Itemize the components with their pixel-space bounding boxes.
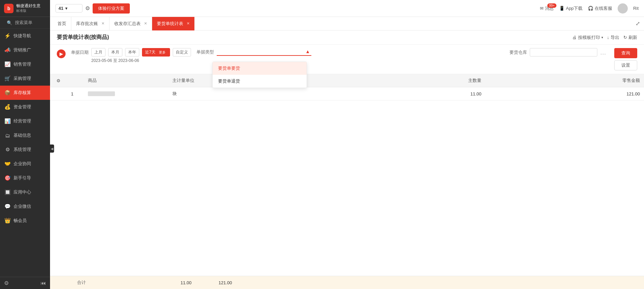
sidebar-item-finance[interactable]: 💰 资金管理 [0,100,50,114]
warehouse-more-btn[interactable]: … [600,49,606,55]
guide-icon: 🎯 [4,175,11,181]
doc-type-arrow[interactable]: ▲ [305,49,310,54]
tab-home[interactable]: 首页 [53,17,71,30]
sidebar-item-label: 企业微信 [14,203,31,209]
sidebar-item-label: 基础信息 [14,132,31,138]
sidebar-item-basic[interactable]: 🗂 基础信息 [0,128,50,142]
tab-inventory-batch-label: 库存批次账 [76,21,98,27]
sidebar-item-inventory[interactable]: 📦 库存核算 [0,86,50,100]
query-button[interactable]: 查询 [614,48,637,58]
sidebar-item-label: 新手引导 [14,175,31,181]
sidebar-item-sales[interactable]: 📈 销售管理 [0,57,50,71]
sidebar: b 畅捷通好生意 标准版 🔍 搜索菜单 ⚡ 快捷导航 📣 营销推广 📈 销售管理… [0,0,50,289]
message-button[interactable]: ✉ 消息 99+ [540,5,554,12]
page-content: 要货单统计表(按商品) 🖨 按模板打印 ▾ ↓ 导出 ↻ 刷新 ▶ [50,30,644,289]
col-product: 商品 [84,74,168,87]
enterprise-icon: 🤝 [4,160,11,167]
filter-expand-button[interactable]: ▶ [57,49,66,58]
template-print-button[interactable]: 🖨 按模板打印 ▾ [572,35,603,41]
settings-gear-icon[interactable]: ⚙ [4,280,9,286]
filter-buttons: 查询 设置 [614,48,637,70]
quick-nav-icon: ⚡ [4,32,11,39]
filter-bar: ▶ 单据日期 上月 本月 本年 近7天 更多 自定义 2023-05-06 至 … [50,45,644,74]
marketing-icon: 📣 [4,47,11,53]
date-this-year-btn[interactable]: 本年 [125,48,139,57]
message-icon: ✉ [540,6,544,11]
collapse-sidebar-btn[interactable]: ⏮ [41,280,46,286]
sidebar-item-member[interactable]: 👑 畅会员 [0,214,50,228]
date-range-text: 2023-05-06 至 2023-06-06 [91,58,139,64]
sidebar-item-appstore[interactable]: 🔲 应用中心 [0,185,50,199]
sidebar-item-purchase[interactable]: 🛒 采购管理 [0,71,50,86]
app-download-button[interactable]: 📱 App下载 [559,5,582,12]
template-print-label: 按模板打印 [578,35,600,41]
topbar-gear-icon[interactable]: ⚙ [85,5,90,12]
app-logo: b 畅捷通好生意 标准版 [0,0,50,17]
refresh-label: 刷新 [628,35,637,41]
warehouse-filter-group: 要货仓库 … [509,48,606,57]
sidebar-item-guide[interactable]: 🎯 新手引导 [0,171,50,185]
sales-icon: 📈 [4,61,11,68]
date-last-7days-btn[interactable]: 近7天 更多 [142,48,170,57]
search-menu[interactable]: 🔍 搜索菜单 [0,17,50,29]
page-header: 要货单统计表(按商品) 🖨 按模板打印 ▾ ↓ 导出 ↻ 刷新 [50,30,644,45]
cell-settings [50,87,67,101]
tab-receive-summary[interactable]: 收发存汇总表 ✕ [110,17,152,30]
tab-inventory-batch-close[interactable]: ✕ [101,21,104,26]
col-amount: 零售金额 [485,74,644,87]
operations-icon: 📊 [4,118,11,125]
sidebar-item-label: 畅会员 [14,218,27,224]
logo-icon: b [4,4,14,13]
settings-button[interactable]: 设置 [614,60,637,70]
sidebar-item-enterprise[interactable]: 🤝 企业协同 [0,157,50,171]
footer-quantity: 11.00 [181,280,192,285]
cell-quantity: 11.00 [354,87,485,101]
sidebar-item-label: 应用中心 [14,189,31,195]
tab-order-summary-close[interactable]: ✕ [187,21,190,26]
cell-index: 1 [67,87,84,101]
user-avatar[interactable] [618,3,628,14]
online-service-button[interactable]: 🎧 在线客服 [588,5,612,12]
industry-plan-button[interactable]: 体验行业方案 [93,3,130,14]
sidebar-item-label: 系统管理 [14,147,31,153]
date-custom-btn[interactable]: 自定义 [173,48,191,57]
tabbar: 首页 库存批次账 ✕ 收发存汇总表 ✕ 要货单统计表 ✕ ⤢ [50,17,644,30]
tab-inventory-batch[interactable]: 库存批次账 ✕ [71,17,110,30]
date-filter-row: 单据日期 上月 本月 本年 近7天 更多 自定义 [71,48,191,57]
company-selector[interactable]: 41 ▾ [55,4,82,13]
tab-expand-button[interactable]: ⤢ [631,20,644,27]
col-settings[interactable]: ⚙ [50,74,67,87]
sidebar-item-label: 经营管理 [14,118,31,124]
refresh-button[interactable]: ↻ 刷新 [623,35,637,41]
tab-home-label: 首页 [57,21,66,27]
date-filter-label: 单据日期 [71,49,89,55]
tab-receive-summary-close[interactable]: ✕ [144,21,147,26]
doc-type-input[interactable] [217,48,311,56]
cell-product [84,87,168,101]
date-this-month-btn[interactable]: 本月 [108,48,122,57]
export-button[interactable]: ↓ 导出 [607,35,620,41]
topbar-right: ✉ 消息 99+ 📱 App下载 🎧 在线客服 Rit [540,3,639,14]
doc-type-filter-row: 单据类型 ▲ [196,48,311,56]
message-badge: 99+ [547,3,556,8]
dropdown-item-order-return[interactable]: 要货单退货 [213,75,307,88]
table-header-row: ⚙ 商品 主计量单位 主数量 零售金额 [50,74,644,87]
sidebar-item-quick-nav[interactable]: ⚡ 快捷导航 [0,29,50,43]
cell-amount: 121.00 [485,87,644,101]
date-filter-group: 单据日期 上月 本月 本年 近7天 更多 自定义 2023-05-06 至 20… [71,48,191,64]
sidebar-collapse-arrow[interactable]: ◀ [50,144,54,153]
purchase-icon: 🛒 [4,75,11,82]
sidebar-item-system[interactable]: ⚙ 系统管理 [0,142,50,157]
date-last-month-btn[interactable]: 上月 [91,48,105,57]
app-download-label: App下载 [566,5,582,12]
topbar: 41 ▾ ⚙ 体验行业方案 ✉ 消息 99+ 📱 App下载 🎧 在线客服 Ri… [50,0,644,17]
warehouse-input[interactable] [530,48,597,57]
service-icon: 🎧 [588,6,593,11]
sidebar-item-operations[interactable]: 📊 经营管理 [0,114,50,128]
sidebar-item-wechat[interactable]: 💬 企业微信 [0,199,50,214]
tab-order-summary[interactable]: 要货单统计表 ✕ [152,17,195,30]
sidebar-item-marketing[interactable]: 📣 营销推广 [0,43,50,57]
table-footer: 合计 11.00 121.00 [50,276,644,289]
sidebar-item-label: 营销推广 [14,47,31,53]
dropdown-item-order-goods[interactable]: 要货单要货 [213,62,307,75]
